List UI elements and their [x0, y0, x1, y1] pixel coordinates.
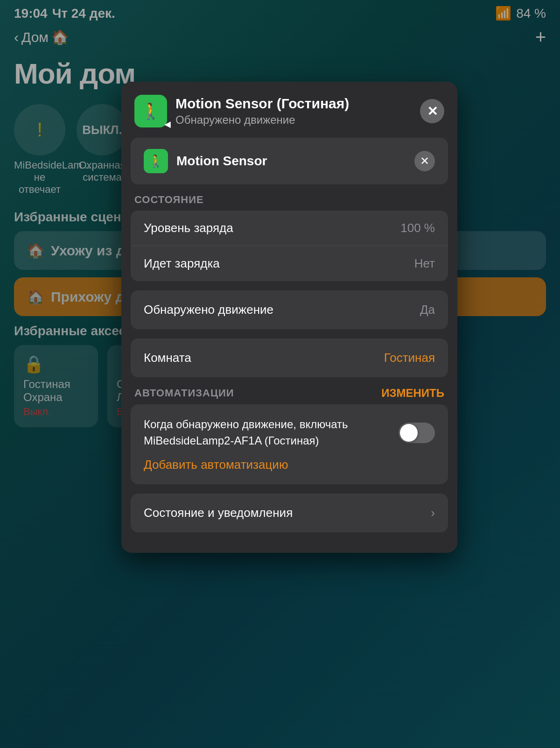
automation-toggle[interactable] — [399, 423, 435, 443]
automation-card: Когда обнаружено движение, включать MiBe… — [131, 404, 448, 484]
status-notifications-card[interactable]: Состояние и уведомления › — [131, 494, 448, 532]
motion-value: Да — [420, 303, 435, 317]
chevron-right-icon: › — [431, 506, 435, 520]
toggle-knob — [400, 424, 418, 442]
walking-icon: 🚶 — [141, 102, 161, 120]
room-value: Гостиная — [384, 351, 435, 365]
status-notif-row: Состояние и уведомления › — [131, 494, 448, 532]
modal-close-button[interactable]: ✕ — [420, 99, 444, 123]
modal-sensor-icon: 🚶 ◀ — [134, 95, 167, 127]
modal-body: 🚶 Motion Sensor ✕ СОСТОЯНИЕ Уровень заря… — [121, 138, 457, 553]
battery-level-label: Уровень заряда — [144, 221, 233, 235]
status-info-card: Уровень заряда 100 % Идет зарядка Нет — [131, 211, 448, 281]
battery-level-value: 100 % — [400, 221, 435, 235]
modal-title-group: Motion Sensor (Гостиная) Обнаружено движ… — [175, 96, 412, 127]
sensor-name-card: 🚶 Motion Sensor ✕ — [131, 138, 448, 184]
battery-level-row: Уровень заряда 100 % — [131, 211, 448, 246]
sensor-remove-button[interactable]: ✕ — [414, 151, 435, 171]
room-label: Комната — [144, 351, 191, 365]
automation-row: Когда обнаружено движение, включать MiBe… — [144, 416, 435, 449]
modal-header: 🚶 ◀ Motion Sensor (Гостиная) Обнаружено … — [121, 82, 457, 138]
sensor-name-text: Motion Sensor — [176, 154, 406, 169]
status-notif-label: Состояние и уведомления — [144, 506, 293, 520]
add-automation-link[interactable]: Добавить автоматизацию — [144, 458, 435, 472]
sensor-badge-icon: ◀ — [164, 119, 171, 129]
automation-section-label: АВТОМАТИЗАЦИИ — [134, 387, 234, 399]
room-row: Комната Гостиная — [131, 339, 448, 377]
sensor-name-icon: 🚶 — [144, 149, 168, 173]
modal-title: Motion Sensor (Гостиная) — [175, 96, 412, 112]
motion-detected-card: Обнаружено движение Да — [131, 290, 448, 329]
motion-label: Обнаружено движение — [144, 303, 273, 317]
room-card: Комната Гостиная — [131, 339, 448, 377]
automation-header: АВТОМАТИЗАЦИИ ИЗМЕНИТЬ — [131, 387, 448, 404]
charging-row: Идет зарядка Нет — [131, 246, 448, 281]
motion-row: Обнаружено движение Да — [131, 290, 448, 329]
automation-text: Когда обнаружено движение, включать MiBe… — [144, 416, 390, 449]
status-section-label: СОСТОЯНИЕ — [131, 194, 448, 211]
charging-value: Нет — [414, 256, 435, 271]
automation-edit-button[interactable]: ИЗМЕНИТЬ — [381, 387, 444, 400]
charging-label: Идет зарядка — [144, 256, 220, 271]
sensor-modal: 🚶 ◀ Motion Sensor (Гостиная) Обнаружено … — [121, 82, 457, 553]
remove-icon: ✕ — [420, 155, 429, 168]
sensor-walking-icon: 🚶 — [148, 154, 163, 169]
modal-subtitle: Обнаружено движение — [175, 113, 412, 127]
